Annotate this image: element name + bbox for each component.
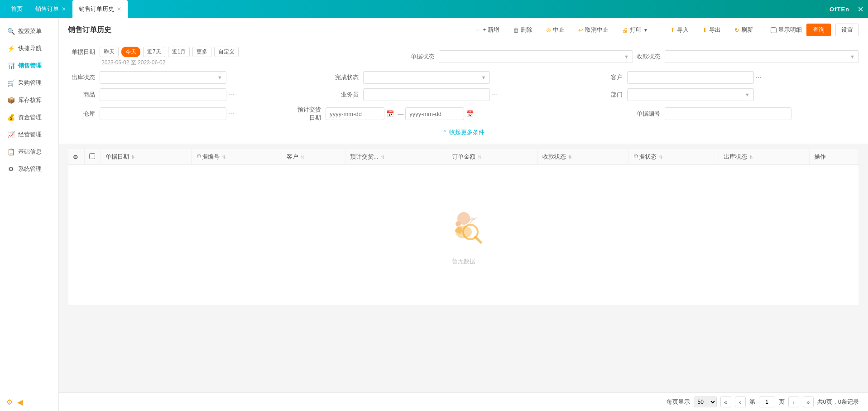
tab-home[interactable]: 首页: [5, 0, 29, 18]
th-number[interactable]: 单据编号 ⇅: [192, 149, 282, 165]
delivery-date-to-input[interactable]: [405, 107, 464, 120]
th-date[interactable]: 单据日期 ⇅: [101, 149, 192, 165]
export-button[interactable]: ⬇ 导出: [698, 24, 725, 36]
sort-date-icon[interactable]: ⇅: [131, 155, 135, 160]
delete-button[interactable]: 🗑 删除: [508, 24, 537, 36]
last1m-btn[interactable]: 近1月: [168, 47, 190, 57]
th-payment-status[interactable]: 收款状态 ⇅: [537, 149, 628, 165]
table-body: 暂无数据: [68, 165, 859, 306]
prev-page-button[interactable]: ‹: [735, 396, 746, 407]
th-customer[interactable]: 客户 ⇅: [282, 149, 345, 165]
doc-status-select[interactable]: ▼: [439, 50, 633, 63]
top-bar: 首页 销售订单 ✕ 销售订单历史 ✕ OfTEn ✕: [0, 0, 868, 18]
sidebar-item-sales-mgmt[interactable]: 📊 销售管理: [0, 57, 58, 74]
sort-delivery-status-icon[interactable]: ⇅: [749, 155, 753, 160]
settings-button[interactable]: 设置: [835, 24, 859, 36]
custom-btn[interactable]: 自定义: [214, 47, 239, 57]
sidebar-item-search-menu[interactable]: 🔍 搜索菜单: [0, 23, 58, 40]
date-range-text: 2023-06-02 至 2023-06-02: [101, 59, 165, 67]
sales-mgmt-icon: 📊: [7, 62, 14, 69]
th-delivery-status[interactable]: 出库状态 ⇅: [719, 149, 810, 165]
payment-status-select[interactable]: ▼: [665, 50, 859, 63]
payment-status-arrow-icon: ▼: [850, 54, 855, 59]
sort-payment-status-icon[interactable]: ⇅: [568, 155, 572, 160]
sidebar-item-sys-mgmt[interactable]: ⚙ 系统管理: [0, 160, 58, 178]
filter-payment-status-col: 收款状态 ▼: [633, 50, 859, 63]
th-gear[interactable]: ⚙: [68, 149, 85, 165]
close-tab-history[interactable]: ✕: [117, 6, 121, 12]
warehouse-label: 仓库: [68, 110, 100, 118]
sort-delivery-date-icon[interactable]: ⇅: [381, 155, 384, 160]
sidebar-item-finance[interactable]: 💰 资金管理: [0, 109, 58, 126]
filter-delivery-status-col: 出库状态 ▼: [68, 71, 331, 84]
collapse-sidebar-icon[interactable]: ◀: [17, 398, 23, 406]
calendar-from-icon[interactable]: 📅: [386, 110, 394, 117]
page-size-select[interactable]: 10 20 50 100: [694, 396, 717, 407]
collapse-icon: ⌃: [442, 129, 447, 136]
delivery-date-from-input[interactable]: [326, 107, 384, 120]
department-select[interactable]: ▼: [627, 88, 754, 101]
window-close-button[interactable]: ✕: [858, 5, 863, 14]
sidebar-item-basic-info[interactable]: 📋 基础信息: [0, 143, 58, 160]
display-columns-input[interactable]: [771, 27, 777, 33]
sidebar-item-inventory[interactable]: 📦 库存核算: [0, 92, 58, 109]
date-label: 单据日期: [68, 48, 100, 56]
last-page-button[interactable]: »: [803, 396, 814, 407]
th-doc-status[interactable]: 单据状态 ⇅: [628, 149, 719, 165]
gear-settings-icon[interactable]: ⚙: [73, 154, 78, 160]
sidebar-item-purchase-mgmt[interactable]: 🛒 采购管理: [0, 74, 58, 92]
doc-number-input[interactable]: [665, 107, 791, 120]
complete-status-select[interactable]: ▼: [363, 71, 490, 84]
customer-input[interactable]: [627, 71, 754, 84]
print-button[interactable]: 🖨 打印 ▼: [618, 24, 652, 36]
toolbar: ＋ + 新增 🗑 删除 ⊘ 中止 ↩ 取消中止: [470, 24, 859, 36]
display-columns-checkbox[interactable]: 显示明细: [771, 26, 802, 34]
salesperson-more-icon[interactable]: ···: [492, 91, 498, 99]
tab-sales-order-history[interactable]: 销售订单历史 ✕: [72, 0, 128, 18]
import-button[interactable]: ⬆ 导入: [666, 24, 693, 36]
collapse-filter-btn[interactable]: ⌃ 收起更多条件: [68, 126, 859, 138]
content-area: 销售订单历史 ＋ + 新增 🗑 删除 ⊘ 中止 ↩: [59, 18, 868, 411]
first-page-button[interactable]: «: [720, 396, 731, 407]
add-icon: ＋: [475, 26, 481, 34]
refresh-button[interactable]: ↻ 刷新: [730, 24, 758, 36]
sort-customer-icon[interactable]: ⇅: [301, 155, 304, 160]
stop-button[interactable]: ⊘ 中止: [542, 24, 569, 36]
finance-icon: 💰: [7, 114, 14, 121]
delivery-status-select[interactable]: ▼: [100, 71, 226, 84]
toolbar-divider2: [764, 27, 764, 33]
settings-bottom-icon[interactable]: ⚙: [6, 398, 13, 406]
inventory-icon: 📦: [7, 97, 14, 104]
next-page-button[interactable]: ›: [788, 396, 799, 407]
sort-number-icon[interactable]: ⇅: [222, 155, 225, 160]
cancel-stop-button[interactable]: ↩ 取消中止: [574, 24, 613, 36]
yesterday-btn[interactable]: 昨天: [100, 47, 119, 57]
salesperson-input[interactable]: [363, 88, 490, 101]
select-all-checkbox[interactable]: [89, 153, 95, 159]
add-button[interactable]: ＋ + 新增: [470, 24, 504, 36]
close-tab-sales-order[interactable]: ✕: [62, 6, 66, 12]
export-icon: ⬇: [702, 27, 707, 34]
th-amount[interactable]: 订单金额 ⇅: [447, 149, 537, 165]
today-btn[interactable]: 今天: [121, 47, 140, 57]
calendar-to-icon[interactable]: 📅: [466, 110, 474, 117]
tab-sales-order[interactable]: 销售订单 ✕: [29, 0, 72, 18]
last7-btn[interactable]: 近7天: [143, 47, 165, 57]
query-button[interactable]: 查询: [806, 24, 831, 36]
th-delivery-date[interactable]: 预计交货... ⇅: [345, 149, 447, 165]
th-checkbox[interactable]: [85, 149, 101, 165]
warehouse-input[interactable]: [100, 107, 226, 120]
sort-doc-status-icon[interactable]: ⇅: [659, 155, 662, 160]
sys-mgmt-icon: ⚙: [7, 165, 14, 173]
sidebar-item-quick-nav[interactable]: ⚡ 快捷导航: [0, 40, 58, 57]
more-btn[interactable]: 更多: [192, 47, 211, 57]
sort-amount-icon[interactable]: ⇅: [478, 155, 481, 160]
svg-point-4: [456, 221, 461, 227]
product-more-icon[interactable]: ···: [228, 91, 234, 99]
warehouse-more-icon[interactable]: ···: [228, 110, 234, 118]
sidebar-item-operations[interactable]: 📈 经营管理: [0, 126, 58, 143]
product-input[interactable]: [100, 88, 226, 101]
quick-nav-icon: ⚡: [7, 45, 14, 52]
customer-more-icon[interactable]: ···: [756, 73, 762, 82]
page-number-input[interactable]: [759, 396, 775, 407]
